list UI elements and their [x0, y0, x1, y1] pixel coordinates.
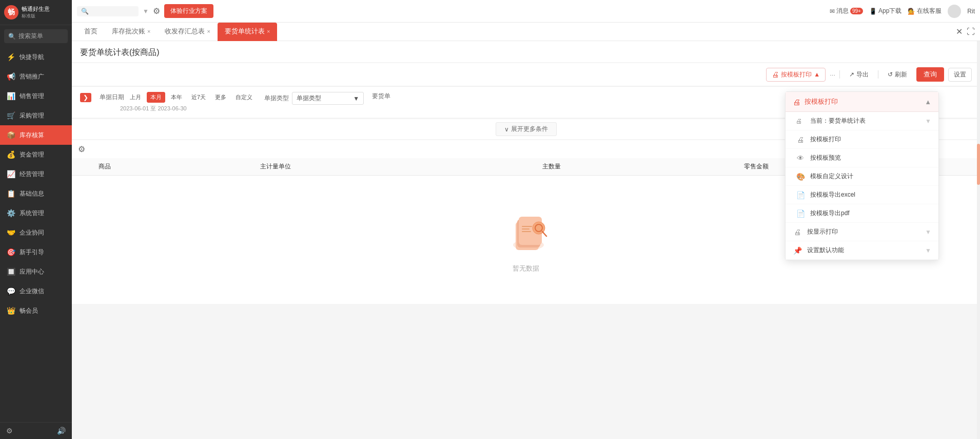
sidebar-item-member[interactable]: 👑 畅会员 [0, 301, 72, 320]
dropdown-template-pdf-label: 按模板导出pdf [810, 209, 850, 218]
sidebar-item-wechat[interactable]: 💬 企业微信 [0, 281, 72, 301]
action-dots[interactable]: ··· [830, 71, 835, 79]
dropdown-template-pdf[interactable]: 📄 按模板导出pdf [786, 204, 938, 223]
export-button[interactable]: ↗ 导出 [844, 68, 874, 81]
sidebar-item-label: 基础信息 [19, 189, 44, 198]
page-header: 要货单统计表(按商品) [72, 41, 980, 62]
dropdown-set-default[interactable]: 📌 设置默认功能 ▼ [786, 241, 938, 260]
sidebar-item-apps[interactable]: 🔲 应用中心 [0, 262, 72, 281]
dropdown-template-excel[interactable]: 📄 按模板导出excel [786, 186, 938, 204]
expand-more-button[interactable]: ∨ 展开更多条件 [496, 122, 557, 136]
sidebar-item-business[interactable]: 📈 经营管理 [0, 164, 72, 184]
dropdown-template-preview[interactable]: 👁 按模板预览 [786, 149, 938, 167]
query-button[interactable]: 查询 [916, 67, 944, 82]
app-download-label: App下载 [878, 7, 901, 15]
sidebar-item-guide[interactable]: 🎯 新手引导 [0, 242, 72, 262]
sidebar-search-area[interactable]: 🔍 搜索菜单 [0, 25, 72, 47]
sidebar-item-marketing[interactable]: 📢 营销推广 [0, 67, 72, 86]
dropdown-template-preview-label: 按模板预览 [810, 154, 841, 162]
topbar-chevron-icon: ▼ [143, 8, 149, 15]
date-btn-cur-month[interactable]: 本月 [147, 92, 165, 103]
member-icon: 👑 [6, 306, 15, 315]
dropdown-template-print[interactable]: 🖨 按模板打印 [786, 130, 938, 149]
tab-inventory-batch-close[interactable]: × [147, 28, 150, 34]
sidebar-item-finance[interactable]: 💰 资金管理 [0, 145, 72, 164]
user-avatar[interactable] [948, 5, 961, 18]
topbar-gear-icon[interactable]: ⚙ [153, 6, 160, 16]
dropdown-set-default-label: 设置默认功能 [807, 246, 844, 255]
dropdown-current-chevron: ▼ [925, 118, 931, 125]
tab-inventory-batch[interactable]: 库存批次账 × [105, 23, 158, 41]
sidebar-item-inventory[interactable]: 📦 库存核算 [0, 125, 72, 145]
sidebar-item-sales[interactable]: 📊 销售管理 [0, 86, 72, 106]
app-download-icon: 📱 [869, 8, 877, 15]
dropdown-current-template[interactable]: 🖨 当前：要货单统计表 ▼ [786, 112, 938, 130]
refresh-button[interactable]: ↺ 刷新 [883, 68, 912, 81]
dropdown-template-design-label: 模板自定义设计 [810, 172, 853, 181]
date-btn-prev-month[interactable]: 上月 [126, 92, 145, 103]
print-icon: 🖨 [772, 70, 779, 79]
date-btn-custom[interactable]: 自定义 [232, 92, 256, 103]
dropdown-display-print[interactable]: 🖨 按显示打印 ▼ [786, 223, 938, 241]
purchase-icon: 🛒 [6, 111, 15, 120]
tab-expand-icon[interactable]: ⛶ [967, 27, 975, 36]
col-goods: 商品 [92, 158, 254, 176]
dropdown-chevron-up-icon: ▲ [925, 98, 931, 106]
dropdown-template-pdf-icon: 📄 [796, 209, 805, 218]
app-download-action[interactable]: 📱 App下载 [869, 7, 901, 15]
tab-sales-summary-close[interactable]: × [207, 28, 210, 34]
audio-footer-icon[interactable]: 🔊 [57, 427, 66, 435]
date-btn-more[interactable]: 更多 [211, 92, 230, 103]
guide-icon: 🎯 [6, 247, 15, 257]
expand-more-icon: ∨ [504, 126, 509, 133]
sidebar-item-system[interactable]: ⚙️ 系统管理 [0, 203, 72, 223]
dropdown-template-preview-icon: 👁 [796, 154, 805, 162]
filter-expand-icon[interactable]: ❯ [80, 93, 91, 102]
sidebar-item-basic[interactable]: 📋 基础信息 [0, 184, 72, 203]
sales-icon: 📊 [6, 91, 15, 101]
tabbar: 首页 库存批次账 × 收发存汇总表 × 要货单统计表 × ✕ ⛶ [72, 23, 980, 41]
svg-line-6 [542, 232, 546, 236]
topbar: 🔍 ▼ ⚙ 体验行业方案 ✉ 消息 99+ 📱 App下载 💁 在线客服 Rit [72, 0, 980, 23]
dropdown-print-icon: 🖨 [793, 98, 800, 106]
main-area: 🔍 ▼ ⚙ 体验行业方案 ✉ 消息 99+ 📱 App下载 💁 在线客服 Rit [72, 0, 980, 439]
dropdown-template-design-icon: 🎨 [796, 173, 805, 181]
logo-icon: 畅 [4, 5, 18, 20]
tab-inventory-batch-label: 库存批次账 [112, 27, 145, 36]
sidebar-item-label: 系统管理 [19, 209, 44, 218]
tab-sales-summary[interactable]: 收发存汇总表 × [158, 23, 217, 41]
online-service-icon: 💁 [908, 8, 915, 15]
type-filter-select[interactable]: 单据类型 ▼ [292, 92, 364, 105]
search-menu-button[interactable]: 🔍 搜索菜单 [4, 29, 68, 43]
message-action[interactable]: ✉ 消息 99+ [830, 7, 863, 15]
online-service-action[interactable]: 💁 在线客服 [908, 7, 942, 15]
tab-order-stats[interactable]: 要货单统计表 × [218, 23, 277, 41]
tab-close-all-icon[interactable]: ✕ [956, 27, 963, 36]
tab-home[interactable]: 首页 [77, 23, 105, 41]
export-label: 导出 [856, 70, 869, 79]
date-range-text: 2023-06-01 至 2023-06-30 [100, 105, 256, 112]
dropdown-display-print-label: 按显示打印 [807, 227, 838, 236]
date-btn-year[interactable]: 本年 [167, 92, 186, 103]
settings-footer-icon[interactable]: ⚙ [6, 427, 13, 435]
topbar-search-input[interactable] [91, 8, 132, 15]
settings-button[interactable]: 设置 [948, 68, 972, 82]
filter-expand-toggle[interactable]: ❯ [80, 92, 91, 102]
tab-order-stats-close[interactable]: × [267, 28, 270, 34]
dropdown-header[interactable]: 🖨 按模板打印 ▲ [786, 92, 938, 112]
column-settings-icon[interactable]: ⚙ [78, 144, 85, 154]
search-menu-label: 搜索菜单 [18, 32, 43, 41]
right-scrollbar-thumb[interactable] [977, 144, 980, 185]
topbar-search[interactable]: 🔍 [77, 6, 139, 16]
sidebar-item-quick-nav[interactable]: ⚡ 快捷导航 [0, 47, 72, 67]
dropdown-current-label: 当前：要货单统计表 [810, 117, 920, 125]
business-icon: 📈 [6, 169, 15, 179]
trial-button[interactable]: 体验行业方案 [164, 4, 213, 18]
system-icon: ⚙️ [6, 208, 15, 218]
dropdown-title: 按模板打印 [805, 97, 838, 106]
date-btn-7days[interactable]: 近7天 [188, 92, 209, 103]
print-template-button[interactable]: 🖨 按模板打印 ▲ [766, 68, 826, 82]
sidebar-item-purchase[interactable]: 🛒 采购管理 [0, 106, 72, 125]
dropdown-template-design[interactable]: 🎨 模板自定义设计 [786, 167, 938, 186]
sidebar-item-collab[interactable]: 🤝 企业协同 [0, 223, 72, 242]
